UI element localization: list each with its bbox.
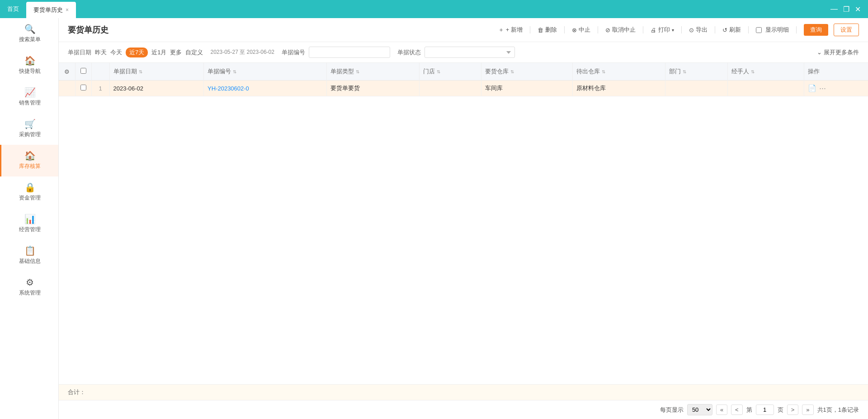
expand-more-btn[interactable]: ⌄ 展开更多条件 xyxy=(817,48,859,57)
date-filter-group: 单据日期 昨天 今天 近7天 近1月 更多 自定义 xyxy=(68,48,203,57)
purchase-mgmt-icon: 🛒 xyxy=(24,119,36,129)
date-shortcut-custom[interactable]: 自定义 xyxy=(185,48,203,57)
row-checkbox[interactable] xyxy=(80,85,86,90)
cancel-stop-btn[interactable]: ⊘ 取消中止 xyxy=(605,26,636,34)
table-row[interactable]: 1 2023-06-02 YH-20230602-0 要货单要货 车间库 原材料… xyxy=(59,81,868,96)
page-size-select[interactable]: 50 10 20 100 xyxy=(687,404,712,415)
date-shortcut-yesterday[interactable]: 昨天 xyxy=(95,48,107,57)
total-info: 共1页，1条记录 xyxy=(817,406,859,414)
prev-page-btn[interactable]: < xyxy=(731,405,743,415)
window-close-btn[interactable]: ✕ xyxy=(855,5,861,14)
date-shortcut-7days[interactable]: 近7天 xyxy=(126,48,148,57)
sort-handler-icon[interactable]: ⇅ xyxy=(751,69,755,74)
op-more-icon[interactable]: ⋯ xyxy=(819,84,826,92)
bill-no-filter-group: 单据编号 xyxy=(282,47,390,58)
delete-icon: 🗑 xyxy=(538,27,543,33)
th-checkbox xyxy=(75,63,91,81)
window-minimize-btn[interactable]: — xyxy=(830,5,838,13)
last-page-btn[interactable]: » xyxy=(802,405,813,415)
finance-mgmt-icon: 🔒 xyxy=(24,183,36,192)
page-header: 要货单历史 ＋ + 新增 🗑 删除 ⊗ 中止 ⊘ xyxy=(59,18,868,42)
th-dept: 部门 ⇅ xyxy=(665,63,727,81)
print-dropdown-icon: ▾ xyxy=(672,28,674,33)
tab-home[interactable]: 首页 xyxy=(0,0,26,18)
page-suffix: 页 xyxy=(778,406,783,414)
sidebar-item-basic-info-label: 基础信息 xyxy=(19,257,41,265)
th-bill-no: 单据编号 ⇅ xyxy=(204,63,327,81)
data-table: ⚙ 单据日期 ⇅ 单据编号 xyxy=(59,63,868,96)
query-btn[interactable]: 查询 xyxy=(804,24,828,36)
bill-no-link[interactable]: YH-20230602-0 xyxy=(208,85,249,92)
refresh-icon: ↺ xyxy=(722,27,727,33)
sidebar-item-basic-info[interactable]: 📋 基础信息 xyxy=(0,240,58,271)
print-btn[interactable]: 🖨 打印 ▾ xyxy=(651,26,674,34)
expand-icon: ⌄ xyxy=(817,49,822,56)
date-shortcuts: 昨天 今天 近7天 近1月 更多 自定义 xyxy=(95,48,203,57)
sales-mgmt-icon: 📈 xyxy=(24,88,36,97)
sidebar-item-sys-mgmt[interactable]: ⚙ 系统管理 xyxy=(0,271,58,303)
stop-btn[interactable]: ⊗ 中止 xyxy=(572,26,590,34)
new-btn[interactable]: ＋ + 新增 xyxy=(498,26,523,34)
sidebar-item-ops-mgmt[interactable]: 📊 经营管理 xyxy=(0,208,58,240)
bill-no-input[interactable] xyxy=(309,47,390,58)
refresh-btn[interactable]: ↺ 刷新 xyxy=(722,26,741,34)
td-num: 1 xyxy=(91,81,109,96)
sort-store-icon[interactable]: ⇅ xyxy=(437,69,440,74)
new-icon: ＋ xyxy=(498,26,504,34)
ops-mgmt-icon: 📊 xyxy=(24,214,36,224)
divider5 xyxy=(681,26,682,33)
divider7 xyxy=(748,26,749,33)
sidebar-item-quick-nav[interactable]: 🏠 快捷导航 xyxy=(0,50,58,81)
tab-close-icon[interactable]: × xyxy=(66,7,69,13)
settings-btn[interactable]: 设置 xyxy=(834,24,859,36)
select-all-checkbox[interactable] xyxy=(80,68,86,74)
show-detail-btn[interactable]: 显示明细 xyxy=(756,26,789,34)
table-body: 1 2023-06-02 YH-20230602-0 要货单要货 车间库 原材料… xyxy=(59,81,868,96)
toolbar: ＋ + 新增 🗑 删除 ⊗ 中止 ⊘ 取消中止 xyxy=(498,24,859,42)
sidebar-item-sys-mgmt-label: 系统管理 xyxy=(19,289,41,297)
table-container: ⚙ 单据日期 ⇅ 单据编号 xyxy=(59,63,868,384)
page-title: 要货单历史 xyxy=(68,24,108,41)
quick-nav-icon: 🏠 xyxy=(24,56,36,65)
sort-pending-warehouse-icon[interactable]: ⇅ xyxy=(602,69,605,74)
sort-bill-type-icon[interactable]: ⇅ xyxy=(356,69,359,74)
sidebar-item-purchase-mgmt[interactable]: 🛒 采购管理 xyxy=(0,113,58,145)
divider2 xyxy=(564,26,565,33)
date-range-display: 2023-05-27 至 2023-06-02 xyxy=(210,48,274,56)
sort-req-warehouse-icon[interactable]: ⇅ xyxy=(510,69,514,74)
sidebar-item-sales-mgmt-label: 销售管理 xyxy=(19,99,41,107)
sidebar: 🔍 搜索菜单 🏠 快捷导航 📈 销售管理 🛒 采购管理 🏠 库存核算 🔒 资金管… xyxy=(0,18,59,419)
sidebar-item-sales-mgmt[interactable]: 📈 销售管理 xyxy=(0,81,58,113)
tab-active[interactable]: 要货单历史 × xyxy=(26,2,76,18)
window-controls: — ❐ ✕ xyxy=(830,5,868,14)
first-page-btn[interactable]: « xyxy=(716,405,727,415)
show-detail-checkbox[interactable] xyxy=(756,27,762,33)
bill-status-filter-group: 单据状态 xyxy=(397,47,515,58)
th-settings[interactable]: ⚙ xyxy=(59,63,75,81)
summary-label: 合计： xyxy=(68,388,85,396)
window-restore-btn[interactable]: ❐ xyxy=(843,5,849,14)
delete-btn[interactable]: 🗑 删除 xyxy=(538,26,557,34)
th-req-warehouse: 要货仓库 ⇅ xyxy=(481,63,573,81)
divider8 xyxy=(796,26,797,33)
page-num-input[interactable] xyxy=(756,405,774,415)
next-page-btn[interactable]: > xyxy=(787,405,799,415)
sort-bill-no-icon[interactable]: ⇅ xyxy=(233,69,236,74)
sort-bill-date-icon[interactable]: ⇅ xyxy=(139,69,142,74)
sort-dept-icon[interactable]: ⇅ xyxy=(683,69,686,74)
sidebar-item-quick-nav-label: 快捷导航 xyxy=(19,67,41,75)
date-shortcut-1month[interactable]: 近1月 xyxy=(151,48,166,57)
export-icon: ⊙ xyxy=(689,27,694,33)
sidebar-item-inventory-calc[interactable]: 🏠 库存核算 xyxy=(0,145,58,176)
date-shortcut-today[interactable]: 今天 xyxy=(110,48,122,57)
sidebar-item-search-menu[interactable]: 🔍 搜索菜单 xyxy=(0,18,58,50)
sidebar-item-inventory-calc-label: 库存核算 xyxy=(19,162,41,170)
divider6 xyxy=(715,26,715,33)
sidebar-item-finance-mgmt[interactable]: 🔒 资金管理 xyxy=(0,176,58,208)
bill-status-select[interactable] xyxy=(425,47,515,58)
td-checkbox xyxy=(75,81,91,96)
date-shortcut-more[interactable]: 更多 xyxy=(170,48,182,57)
op-view-icon[interactable]: 📄 xyxy=(808,84,816,92)
export-btn[interactable]: ⊙ 导出 xyxy=(689,26,708,34)
page-label: 第 xyxy=(746,406,752,414)
